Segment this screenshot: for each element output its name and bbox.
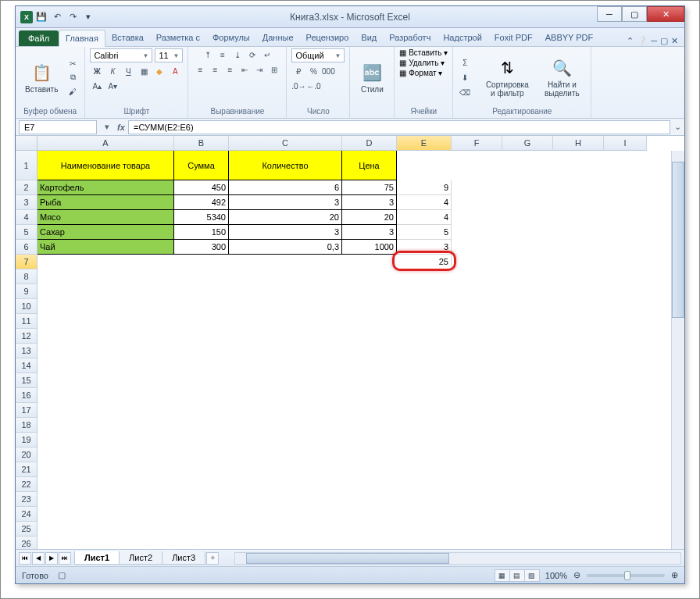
qat-redo-button[interactable]: ↷ (66, 10, 80, 24)
wrap-text-button[interactable]: ↵ (260, 48, 274, 61)
sheet-tab-Лист3[interactable]: Лист3 (162, 551, 205, 565)
sheet-nav-first[interactable]: ⏮ (19, 552, 31, 565)
comma-button[interactable]: 000 (321, 65, 335, 77)
row-header-3[interactable]: 3 (16, 195, 38, 210)
font-color-button[interactable]: A (168, 65, 182, 77)
normal-view-button[interactable]: ▦ (495, 569, 510, 582)
cell-B5[interactable]: 150 (174, 225, 229, 240)
sheet-tab-Лист2[interactable]: Лист2 (119, 551, 162, 565)
align-right-button[interactable]: ≡ (223, 63, 237, 76)
tab-разметка с[interactable]: Разметка с (150, 30, 206, 46)
tab-рецензиро[interactable]: Рецензиро (300, 30, 355, 46)
clear-button[interactable]: ⌫ (458, 86, 472, 98)
cell-D2[interactable]: 75 (342, 180, 397, 195)
percent-button[interactable]: % (306, 65, 320, 77)
row-header-7[interactable]: 7 (16, 255, 38, 269)
zoom-in-button[interactable]: ⊕ (671, 570, 678, 580)
cell-E7[interactable]: 25 (397, 255, 452, 269)
row-header-2[interactable]: 2 (16, 180, 38, 195)
cell-C3[interactable]: 3 (229, 195, 342, 210)
cell-E3[interactable]: 4 (397, 195, 452, 210)
name-box[interactable]: E7 (19, 120, 97, 134)
column-header-D[interactable]: D (342, 136, 397, 151)
row-header-9[interactable]: 9 (16, 284, 38, 299)
decrease-font-button[interactable]: A▾ (105, 80, 120, 92)
row-header-14[interactable]: 14 (16, 358, 38, 373)
increase-indent-button[interactable]: ⇥ (252, 63, 266, 76)
close-button[interactable]: ✕ (647, 6, 684, 22)
expand-formula-bar-button[interactable]: ⌄ (670, 122, 684, 132)
cut-button[interactable]: ✂ (66, 57, 80, 70)
row-header-1[interactable]: 1 (16, 151, 38, 180)
find-select-button[interactable]: 🔍 Найти и выделить (538, 55, 586, 99)
maximize-button[interactable]: ▢ (622, 6, 647, 22)
cell-B2[interactable]: 450 (174, 180, 229, 195)
tab-foxit pdf[interactable]: Foxit PDF (488, 30, 539, 46)
merge-button[interactable]: ⊞ (267, 63, 281, 76)
row-header-20[interactable]: 20 (16, 447, 38, 462)
column-header-H[interactable]: H (553, 136, 604, 151)
row-header-15[interactable]: 15 (16, 373, 38, 388)
vertical-scrollbar[interactable] (671, 151, 684, 549)
horizontal-scroll-thumb[interactable] (246, 553, 449, 564)
row-header-26[interactable]: 26 (16, 537, 38, 549)
row-header-16[interactable]: 16 (16, 388, 38, 403)
row-header-24[interactable]: 24 (16, 507, 38, 522)
zoom-out-button[interactable]: ⊖ (573, 570, 580, 580)
decrease-decimal-button[interactable]: ←.0 (306, 80, 320, 92)
row-header-5[interactable]: 5 (16, 225, 38, 240)
cell-B4[interactable]: 5340 (174, 210, 229, 225)
cell-B6[interactable]: 300 (174, 240, 229, 255)
tab-надстрой[interactable]: Надстрой (437, 30, 488, 46)
styles-button[interactable]: 🔤 Стили (355, 60, 389, 95)
zoom-slider[interactable] (587, 574, 665, 577)
cell-A6[interactable]: Чай (38, 240, 174, 255)
currency-button[interactable]: ₽ (291, 65, 305, 77)
row-header-18[interactable]: 18 (16, 418, 38, 433)
row-header-10[interactable]: 10 (16, 299, 38, 314)
column-header-A[interactable]: A (38, 136, 174, 151)
zoom-level[interactable]: 100% (545, 571, 567, 580)
cell-A2[interactable]: Картофель (38, 180, 174, 195)
cell-B3[interactable]: 492 (174, 195, 229, 210)
row-header-21[interactable]: 21 (16, 462, 38, 477)
column-header-F[interactable]: F (452, 136, 502, 151)
inner-close-button[interactable]: ✕ (671, 36, 678, 46)
orientation-button[interactable]: ⟳ (245, 48, 259, 61)
row-header-11[interactable]: 11 (16, 314, 38, 329)
row-header-19[interactable]: 19 (16, 433, 38, 447)
tab-file[interactable]: Файл (19, 30, 59, 46)
cell-D6[interactable]: 1000 (342, 240, 397, 255)
fill-button[interactable]: ⬇ (458, 71, 472, 84)
row-header-6[interactable]: 6 (16, 240, 38, 255)
cell-D4[interactable]: 20 (342, 210, 397, 225)
delete-cells-button[interactable]: ▦ Удалить ▾ (399, 59, 445, 67)
sheet-nav-last[interactable]: ⏭ (59, 552, 71, 565)
cell-E4[interactable]: 4 (397, 210, 452, 225)
sheet-tab-Лист1[interactable]: Лист1 (74, 551, 120, 565)
column-header-C[interactable]: C (229, 136, 342, 151)
help-button[interactable]: ❔ (637, 36, 648, 46)
autosum-button[interactable]: Σ (458, 56, 472, 69)
tab-главная[interactable]: Главная (59, 30, 105, 47)
cell-D5[interactable]: 3 (342, 225, 397, 240)
border-button[interactable]: ▦ (137, 65, 151, 77)
tab-вставка[interactable]: Вставка (105, 30, 150, 46)
spreadsheet-grid[interactable]: ABCDEFGHI 123456789101112131415161718192… (16, 136, 684, 549)
horizontal-scrollbar[interactable] (234, 552, 681, 565)
italic-button[interactable]: К (105, 65, 120, 77)
align-middle-button[interactable]: ≡ (216, 48, 230, 61)
column-header-G[interactable]: G (502, 136, 553, 151)
row-header-13[interactable]: 13 (16, 344, 38, 358)
namebox-dropdown[interactable]: ▾ (100, 122, 114, 132)
increase-decimal-button[interactable]: .0→ (291, 80, 305, 92)
tab-данные[interactable]: Данные (256, 30, 300, 46)
sheet-nav-next[interactable]: ▶ (45, 552, 58, 565)
cell-C1[interactable]: Количество (229, 151, 342, 180)
cell-B1[interactable]: Сумма (174, 151, 229, 180)
page-break-view-button[interactable]: ▧ (524, 569, 540, 582)
increase-font-button[interactable]: A▴ (90, 80, 104, 92)
font-name-combo[interactable]: Calibri▼ (90, 48, 152, 62)
ribbon-minimize-button[interactable]: ⌃ (627, 36, 634, 46)
cell-A3[interactable]: Рыба (38, 195, 174, 210)
